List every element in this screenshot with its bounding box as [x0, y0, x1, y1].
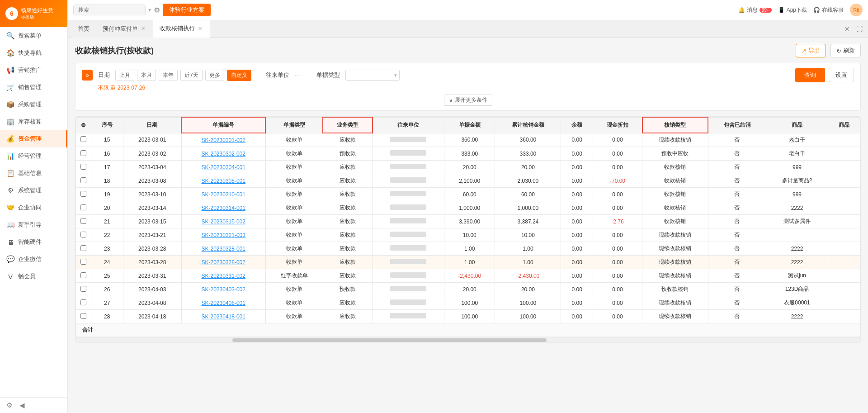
cell-voucher-no[interactable]: SK-20230408-001 [181, 296, 265, 310]
date-7days-btn[interactable]: 近7天 [180, 70, 203, 81]
cell-amount: 333.00 [444, 147, 495, 161]
scrollbar-thumb[interactable] [232, 338, 546, 342]
sidebar-item-marketing[interactable]: 📢营销推广 [0, 62, 67, 79]
date-more-btn[interactable]: 更多 [205, 70, 224, 81]
date-this-month-btn[interactable]: 本月 [137, 70, 156, 81]
cell-biz-type: 应收款 [323, 188, 373, 201]
date-custom-btn[interactable]: 自定义 [227, 70, 251, 81]
sidebar-item-member[interactable]: V畅会员 [0, 268, 67, 285]
cell-check[interactable] [76, 147, 91, 161]
cell-product1: 999 [766, 161, 828, 174]
cell-voucher-no[interactable]: SK-20230328-001 [181, 242, 265, 256]
cell-partner [373, 174, 444, 188]
notification-item[interactable]: 🔔 消息 99+ [738, 6, 772, 14]
cell-product2 [828, 296, 860, 310]
filter-toggle-button[interactable]: » [82, 70, 93, 81]
sidebar-item-funds[interactable]: 💰资金管理 [0, 130, 67, 147]
sidebar-item-sales[interactable]: 🛒销售管理 [0, 79, 67, 96]
cell-check[interactable] [76, 215, 91, 228]
cell-check[interactable] [76, 201, 91, 215]
search-input[interactable] [73, 5, 146, 15]
cell-check[interactable] [76, 296, 91, 310]
cell-partner [373, 242, 444, 256]
cell-check[interactable] [76, 283, 91, 296]
cell-product2 [828, 242, 860, 256]
tab-collection-close[interactable]: ✕ [197, 25, 203, 32]
cell-voucher-no[interactable]: SK-20230302-002 [181, 147, 265, 161]
quicknav-icon: 🏠 [6, 49, 14, 57]
sidebar-item-hardware[interactable]: 🖥智能硬件 [0, 233, 67, 251]
voucher-type-select[interactable] [345, 70, 400, 81]
cell-partner [373, 215, 444, 228]
export-button[interactable]: ↗ 导出 [796, 44, 826, 57]
cell-voucher-no[interactable]: SK-20230310-001 [181, 188, 265, 201]
sidebar-item-system[interactable]: ⚙系统管理 [0, 182, 67, 199]
cell-cash-discount: 0.00 [593, 201, 642, 215]
cell-check[interactable] [76, 133, 91, 147]
cell-amount: 1,000.00 [444, 201, 495, 215]
user-avatar[interactable]: Rit [850, 4, 863, 16]
sidebar-item-search[interactable]: 🔍搜索菜单 [0, 27, 67, 44]
cell-voucher-no[interactable]: SK-20230304-001 [181, 161, 265, 174]
tab-close-all-icon[interactable]: ✕ [843, 24, 852, 34]
cell-cash-discount: 0.00 [593, 296, 642, 310]
sidebar-item-basics[interactable]: 📋基础信息 [0, 165, 67, 182]
sidebar-item-wechat[interactable]: 💬企业微信 [0, 251, 67, 268]
app-download-item[interactable]: 📱 App下载 [778, 6, 807, 14]
filter-row: » 日期 上月 本月 本年 近7天 更多 自定义 往来单位 ··· 单据类型 [82, 68, 854, 82]
sidebar-item-quicknav[interactable]: 🏠快捷导航 [0, 44, 67, 62]
cell-check[interactable] [76, 188, 91, 201]
cell-voucher-no[interactable]: SK-20230314-001 [181, 201, 265, 215]
cell-voucher-no[interactable]: SK-20230315-002 [181, 215, 265, 228]
cell-no: 19 [91, 188, 123, 201]
date-this-year-btn[interactable]: 本年 [159, 70, 178, 81]
topbar-gear-icon[interactable]: ⚙ [154, 6, 160, 14]
cell-check[interactable] [76, 242, 91, 256]
cell-product2 [828, 283, 860, 296]
cell-check[interactable] [76, 174, 91, 188]
tab-prepay[interactable]: 预付冲应付单 ✕ [96, 20, 153, 38]
tab-prepay-close[interactable]: ✕ [140, 25, 146, 32]
cell-voucher-no[interactable]: SK-20230321-003 [181, 228, 265, 242]
table-footer-total: 合计 [76, 323, 860, 337]
cell-biz-type: 应收款 [323, 269, 373, 283]
expand-more-button[interactable]: ∨ 展开更多条件 [444, 95, 492, 106]
online-service-item[interactable]: 🎧 在线客服 [813, 6, 844, 14]
cell-check[interactable] [76, 310, 91, 323]
cell-date: 2023-03-31 [123, 269, 181, 283]
industry-solution-button[interactable]: 体验行业方案 [163, 4, 211, 16]
tab-collection-label: 收款核销执行 [160, 24, 195, 33]
cell-voucher-no[interactable]: SK-20230331-002 [181, 269, 265, 283]
cell-check[interactable] [76, 256, 91, 269]
cell-voucher-type: 红字收款单 [265, 269, 323, 283]
cell-voucher-no[interactable]: SK-20230301-002 [181, 133, 265, 147]
cell-voucher-no[interactable]: SK-20230403-002 [181, 283, 265, 296]
date-last-month-btn[interactable]: 上月 [115, 70, 134, 81]
collapse-icon[interactable]: ◀ [19, 401, 25, 409]
tab-collection[interactable]: 收款核销执行 ✕ [153, 20, 210, 38]
cell-voucher-no[interactable]: SK-20230328-002 [181, 256, 265, 269]
tab-home[interactable]: 首页 [71, 20, 96, 38]
table-scrollbar[interactable] [75, 337, 860, 342]
refresh-button[interactable]: ↻ 刷新 [830, 44, 861, 57]
cell-check[interactable] [76, 161, 91, 174]
th-gear[interactable]: ⚙ [76, 117, 91, 133]
sidebar-item-enterprise[interactable]: 🤝企业协同 [0, 199, 67, 216]
cell-check[interactable] [76, 269, 91, 283]
cell-voucher-no[interactable]: SK-20230308-001 [181, 174, 265, 188]
cell-voucher-no[interactable]: SK-20230418-001 [181, 310, 265, 323]
cell-balance: 0.00 [561, 215, 593, 228]
sidebar-item-guide[interactable]: 📖新手引导 [0, 216, 67, 233]
filter-area: » 日期 上月 本月 本年 近7天 更多 自定义 往来单位 ··· 单据类型 [75, 63, 861, 111]
query-button[interactable]: 查询 [795, 68, 825, 82]
setting-button[interactable]: 设置 [829, 68, 854, 82]
tab-expand-icon[interactable]: ⛶ [854, 24, 864, 34]
sidebar-item-purchase[interactable]: 📦采购管理 [0, 96, 67, 113]
cell-total-cancel: 10.00 [495, 228, 561, 242]
cell-total-cancel: 1,000.00 [495, 201, 561, 215]
cell-check[interactable] [76, 228, 91, 242]
sidebar-item-operations[interactable]: 📊经营管理 [0, 147, 67, 165]
cell-incl-cleared: 否 [708, 310, 766, 323]
settings-icon[interactable]: ⚙ [6, 401, 12, 409]
sidebar-item-inventory[interactable]: 🏢库存核算 [0, 113, 67, 130]
